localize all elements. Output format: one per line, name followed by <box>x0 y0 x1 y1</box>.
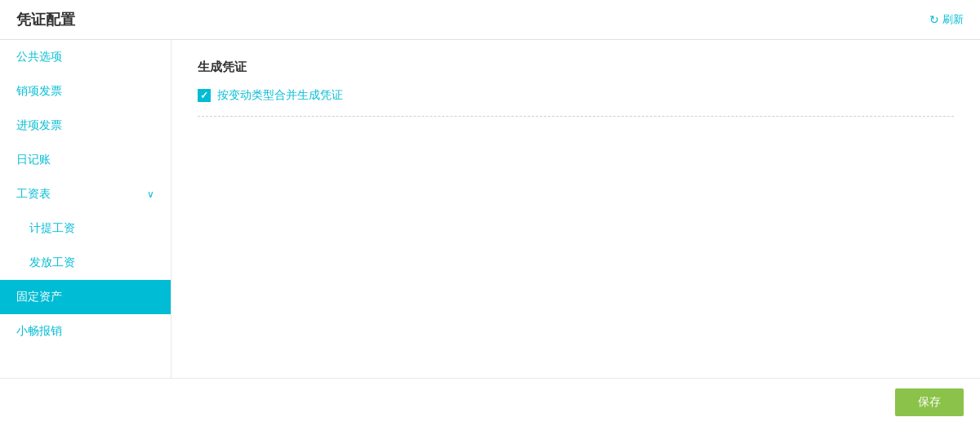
sidebar-item-payroll-pay[interactable]: 发放工资 <box>0 246 171 280</box>
sidebar-item-public-options[interactable]: 公共选项 <box>0 40 171 74</box>
sidebar-item-sales-invoice[interactable]: 销项发票 <box>0 74 171 109</box>
sidebar-item-label: 固定资产 <box>16 290 62 304</box>
save-button[interactable]: 保存 <box>895 388 964 416</box>
checkbox-row: ✓ 按变动类型合并生成凭证 <box>198 88 954 103</box>
content-area: 生成凭证 ✓ 按变动类型合并生成凭证 <box>172 40 980 378</box>
section-divider <box>198 116 954 117</box>
sidebar-item-label: 工资表 <box>16 187 51 202</box>
main-layout: 公共选项销项发票进项发票日记账工资表∨计提工资发放工资固定资产小畅报销 生成凭证… <box>0 40 980 378</box>
sidebar-item-label: 销项发票 <box>16 84 62 99</box>
refresh-label: 刷新 <box>942 12 964 27</box>
sidebar-item-payroll-table[interactable]: 工资表∨ <box>0 177 171 211</box>
sidebar-item-label: 日记账 <box>16 153 51 167</box>
sidebar-item-expense-reimbursement[interactable]: 小畅报销 <box>0 314 171 348</box>
checkbox-label[interactable]: 按变动类型合并生成凭证 <box>217 88 343 103</box>
sidebar-item-journal[interactable]: 日记账 <box>0 143 171 177</box>
sidebar-item-label: 计提工资 <box>29 221 75 236</box>
sidebar-item-fixed-assets[interactable]: 固定资产 <box>0 280 171 314</box>
header: 凭证配置 ↻ 刷新 <box>0 0 980 40</box>
page-title: 凭证配置 <box>16 10 75 29</box>
refresh-button[interactable]: ↻ 刷新 <box>929 12 964 27</box>
refresh-icon: ↻ <box>929 13 939 26</box>
sidebar-item-label: 发放工资 <box>29 255 75 270</box>
sidebar-item-label: 进项发票 <box>16 118 62 133</box>
sidebar-item-purchase-invoice[interactable]: 进项发票 <box>0 109 171 143</box>
sidebar-item-label: 公共选项 <box>16 50 62 64</box>
chevron-down-icon: ∨ <box>147 189 154 200</box>
page-wrapper: 凭证配置 ↻ 刷新 公共选项销项发票进项发票日记账工资表∨计提工资发放工资固定资… <box>0 0 980 426</box>
sidebar: 公共选项销项发票进项发票日记账工资表∨计提工资发放工资固定资产小畅报销 <box>0 40 172 378</box>
footer: 保存 <box>0 378 980 426</box>
checkmark-icon: ✓ <box>200 90 208 101</box>
section-title: 生成凭证 <box>198 60 954 75</box>
sidebar-item-label: 小畅报销 <box>16 324 62 339</box>
merge-checkbox[interactable]: ✓ <box>198 89 211 102</box>
sidebar-item-payroll-calc[interactable]: 计提工资 <box>0 211 171 246</box>
